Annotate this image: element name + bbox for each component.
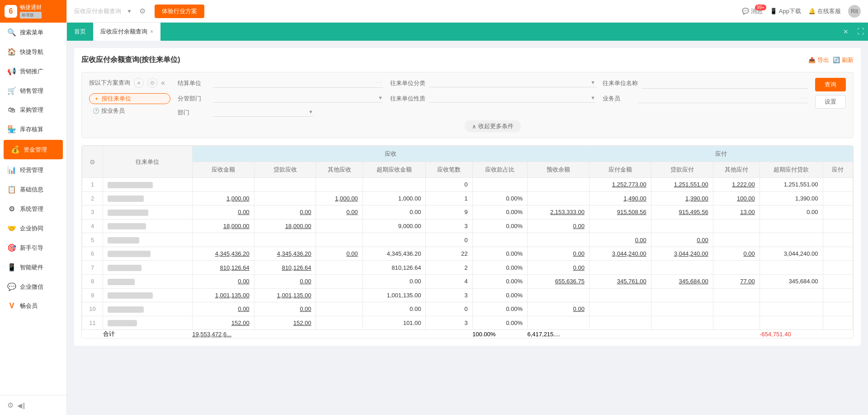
cell-link[interactable]: 0.00 (573, 264, 585, 271)
cell-link[interactable]: 1,001,135.00 (215, 292, 250, 299)
cell-link[interactable]: 1,222.00 (732, 181, 755, 188)
partner-name-cell (103, 219, 193, 233)
user-name: Rit (851, 8, 858, 14)
cell-link[interactable]: 0.00 (346, 250, 358, 257)
cell-link[interactable]: 152.00 (293, 320, 311, 326)
cell-link[interactable]: 1,390.00 (685, 195, 708, 202)
ar-loan-cell (254, 178, 316, 192)
cell-link[interactable]: 18,000.00 (285, 223, 311, 229)
total-row: 合计 19,553,472,6... 100.00% 6,417,215.... (82, 330, 853, 339)
cell-link[interactable]: 100.00 (737, 195, 755, 202)
cell-link[interactable]: 3,044,240.00 (674, 250, 708, 257)
cell-link[interactable]: 1,000.00 (335, 195, 358, 202)
cell-link[interactable]: 0.00 (300, 209, 311, 215)
partner-nature-chevron-icon[interactable]: ▼ (590, 95, 595, 100)
customer-service-button[interactable]: 🔔 在线客服 (808, 7, 841, 15)
cell-link[interactable]: 1,490.00 (623, 195, 646, 202)
sidebar-item-inventory[interactable]: 🏪 库存核算 (0, 119, 66, 139)
sidebar-collapse-icon[interactable]: ◀‖ (17, 402, 25, 409)
cell-link[interactable]: 1,000.00 (226, 195, 250, 202)
settlement-ellipsis-icon[interactable]: ··· (375, 79, 383, 86)
cell-link[interactable]: 4,345,436.20 (215, 250, 250, 257)
filter-collapse-button[interactable]: « (161, 79, 165, 87)
header-gear-icon[interactable]: ⚙ (137, 5, 147, 17)
cell-link[interactable]: 0.00 (743, 250, 755, 257)
total-ar-amount[interactable]: 19,553,472,6... (192, 331, 231, 338)
cell-link[interactable]: 0.00 (238, 209, 249, 215)
sidebar-item-basic[interactable]: 📋 基础信息 (0, 180, 66, 199)
tab-bar-close-icon[interactable]: × (838, 27, 854, 37)
sidebar-item-purchase[interactable]: 🛍 采购管理 (0, 100, 66, 119)
cell-link[interactable]: 1,252,773.00 (612, 181, 646, 188)
cell-link[interactable]: 345,761.00 (617, 278, 646, 285)
export-button[interactable]: 📤 导出 (808, 56, 829, 64)
cell-link[interactable]: 915,495.56 (679, 209, 708, 215)
cell-link[interactable]: 0.00 (573, 250, 585, 257)
cell-link[interactable]: 13.00 (740, 209, 755, 215)
cell-link[interactable]: 0.00 (573, 305, 585, 312)
table-settings-icon[interactable]: ⚙ (87, 156, 98, 168)
scheme-item-partner[interactable]: 🔸 按往来单位 (89, 93, 170, 104)
cell-link[interactable]: 915,508.56 (617, 209, 646, 215)
partner-name-input[interactable] (642, 78, 808, 89)
refresh-button[interactable]: 🔄 刷新 (833, 56, 854, 64)
cell-link[interactable]: 77.00 (740, 278, 755, 285)
cell-link[interactable]: 0.00 (300, 305, 311, 312)
cell-link[interactable]: 0.00 (300, 278, 311, 285)
cell-link[interactable]: 0.00 (697, 237, 708, 243)
sidebar-item-search[interactable]: 🔍 搜索菜单 (0, 23, 66, 42)
sidebar-item-marketing[interactable]: 📢 营销推广 (0, 62, 66, 81)
cell-link[interactable]: 345,684.00 (679, 278, 708, 285)
cell-link[interactable]: 0.00 (238, 278, 249, 285)
dept-chevron-icon[interactable]: ▼ (308, 109, 313, 114)
tab-home[interactable]: 首页 (67, 23, 93, 41)
service-icon: 🔔 (808, 8, 816, 14)
collapse-more-button[interactable]: ∧ 收起更多条件 (465, 120, 521, 132)
user-avatar[interactable]: Rit (848, 5, 861, 18)
app-download-button[interactable]: 📱 App下载 (770, 7, 801, 15)
solution-button[interactable]: 体验行业方案 (155, 5, 204, 18)
tab-balance[interactable]: 应收应付余额查询 × (93, 23, 160, 41)
filter-label: 按以下方案查询 (89, 79, 130, 87)
sidebar-item-newbie[interactable]: 🎯 新手引导 (0, 238, 66, 258)
sidebar-item-member[interactable]: V 畅会员 (0, 296, 66, 315)
sidebar-item-system[interactable]: ⚙ 系统管理 (0, 199, 66, 219)
cell-link[interactable]: 0.00 (635, 237, 646, 243)
message-button[interactable]: 💬 消息 99+ (742, 7, 763, 15)
sidebar-item-finance[interactable]: 💰 资金管理 (4, 140, 63, 159)
cell-link[interactable]: 810,126.64 (220, 264, 250, 271)
sidebar-item-wechat[interactable]: 💬 企业微信 (0, 277, 66, 296)
cell-link[interactable]: 655,636.75 (555, 278, 585, 285)
cell-link[interactable]: 0.00 (573, 223, 585, 229)
partner-category-chevron-icon[interactable]: ▼ (590, 80, 595, 85)
filter-schema-button[interactable]: ⊙ (147, 78, 157, 88)
ar-count-header: 应收笔数 (426, 162, 472, 178)
cell-link[interactable]: 810,126.64 (282, 264, 311, 271)
filter-row-2: 分管部门 ▼ 往来单位性质 (178, 94, 808, 103)
cell-link[interactable]: 2,153,333.00 (550, 209, 585, 215)
sidebar-item-cooperation[interactable]: 🤝 企业协同 (0, 219, 66, 238)
cell-link[interactable]: 1,001,135.00 (277, 292, 311, 299)
cell-link[interactable]: 0.00 (238, 305, 249, 312)
department-chevron-icon[interactable]: ▼ (378, 95, 383, 100)
salesman-ellipsis-icon[interactable]: ··· (800, 94, 808, 101)
filter-add-button[interactable]: + (134, 78, 144, 88)
sidebar-item-hardware[interactable]: 📱 智能硬件 (0, 258, 66, 277)
sidebar-settings-icon[interactable]: ⚙ (7, 401, 14, 410)
setting-button[interactable]: 设置 (815, 95, 846, 109)
cell-link[interactable]: 0.00 (346, 209, 358, 215)
cell-link[interactable]: 1,251,551.00 (674, 181, 708, 188)
tab-close-icon[interactable]: × (150, 29, 153, 35)
scheme-item-salesman[interactable]: 🕐 按业务员 (89, 106, 170, 116)
cell-link[interactable]: 3,044,240.00 (612, 250, 646, 257)
sidebar-item-quick[interactable]: 🏠 快捷导航 (0, 42, 66, 62)
partner-name-label: 往来单位名称 (603, 79, 638, 87)
query-button[interactable]: 查询 (815, 78, 846, 91)
header-chevron-icon[interactable]: ▼ (127, 8, 132, 14)
sidebar-item-sales[interactable]: 🛒 销售管理 (0, 81, 66, 100)
cell-link[interactable]: 18,000.00 (223, 223, 250, 229)
cell-link[interactable]: 4,345,436.20 (277, 250, 311, 257)
tab-bar-expand-icon[interactable]: ⛶ (854, 28, 868, 36)
cell-link[interactable]: 152.00 (231, 320, 250, 326)
sidebar-item-operation[interactable]: 📊 经营管理 (0, 160, 66, 180)
